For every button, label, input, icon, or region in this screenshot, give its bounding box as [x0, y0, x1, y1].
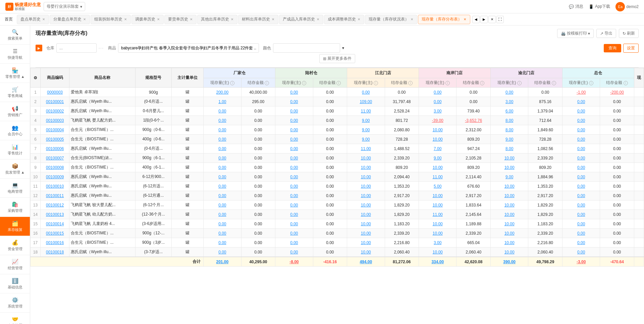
table-cell[interactable]: 00100003: [41, 116, 69, 125]
table-cell[interactable]: 0.00: [490, 88, 528, 97]
table-cell[interactable]: 0.00: [204, 200, 241, 210]
sidebar-item-mall[interactable]: 🛒 零售商城: [0, 83, 30, 102]
table-cell[interactable]: 0.00: [275, 210, 313, 219]
table-cell[interactable]: 00100001: [41, 97, 69, 106]
sidebar-item-marketing[interactable]: 📢 营销推广: [0, 102, 30, 121]
tab-home[interactable]: 首页: [1, 15, 16, 24]
table-cell[interactable]: 0.00: [204, 106, 241, 116]
table-cell[interactable]: 0000003: [41, 88, 69, 97]
sidebar-item-collab[interactable]: 🤝 企业协同: [0, 313, 30, 324]
table-cell[interactable]: 10.00: [347, 238, 385, 247]
table-cell[interactable]: 0.00: [275, 238, 313, 247]
table-cell[interactable]: 10.00: [419, 247, 457, 257]
table-cell[interactable]: 0.00: [562, 106, 600, 116]
tab-prev-btn[interactable]: ◀: [472, 16, 480, 23]
tab-transfer[interactable]: 调拨单历史 ✕: [131, 15, 164, 24]
table-cell[interactable]: 10.00: [490, 219, 528, 229]
table-cell[interactable]: 9.00: [347, 116, 385, 125]
user-info[interactable]: Ea demo2: [615, 2, 639, 11]
tab-requisition[interactable]: 要货单历史 ✕: [164, 15, 197, 24]
footer-jb-qty[interactable]: 494.00: [347, 257, 385, 267]
sidebar-item-operation[interactable]: 📈 经营管理: [0, 255, 30, 274]
table-cell[interactable]: 10.00: [419, 125, 457, 135]
table-cell[interactable]: 10.00: [347, 229, 385, 238]
footer-na-qty[interactable]: 334.00: [419, 257, 457, 267]
table-cell[interactable]: 0.00: [562, 200, 600, 210]
table-cell[interactable]: 0.00: [562, 229, 600, 238]
table-cell[interactable]: 10.00: [490, 191, 528, 200]
table-cell[interactable]: 00100012: [41, 200, 69, 210]
table-cell[interactable]: 0.00: [204, 238, 241, 247]
table-cell[interactable]: 00100002: [41, 106, 69, 116]
table-cell[interactable]: 10.00: [347, 182, 385, 191]
table-cell[interactable]: 10.00: [490, 182, 528, 191]
table-cell[interactable]: 00100009: [41, 172, 69, 182]
table-cell[interactable]: 0.00: [562, 210, 600, 219]
table-cell[interactable]: 00100014: [41, 219, 69, 229]
tab-close-icon[interactable]: ✕: [190, 17, 193, 21]
table-cell[interactable]: 10.00: [490, 210, 528, 219]
table-cell[interactable]: 10.00: [419, 200, 457, 210]
table-cell[interactable]: 10.00: [490, 153, 528, 163]
table-cell[interactable]: 0.00: [275, 144, 313, 153]
table-cell[interactable]: 10.00: [347, 219, 385, 229]
table-cell[interactable]: 0.00: [204, 182, 241, 191]
table-cell[interactable]: 10.00: [419, 219, 457, 229]
export-btn[interactable]: ↗ 导出: [596, 29, 616, 38]
color-input[interactable]: [273, 43, 340, 53]
table-cell[interactable]: 0.00: [275, 153, 313, 163]
table-cell[interactable]: 10.00: [347, 247, 385, 257]
tab-close-icon[interactable]: ✕: [357, 17, 361, 21]
table-cell[interactable]: -1.00: [562, 88, 600, 97]
table-cell[interactable]: 10.00: [347, 172, 385, 182]
tab-close-icon[interactable]: ✕: [42, 17, 45, 21]
table-cell[interactable]: 10.00: [347, 191, 385, 200]
table-cell[interactable]: 9.00: [419, 153, 457, 163]
table-cell[interactable]: 7.00: [419, 144, 457, 153]
table-cell[interactable]: 0.00: [204, 219, 241, 229]
tab-close-icon[interactable]: ✕: [410, 17, 414, 21]
table-cell[interactable]: 0.00: [562, 163, 600, 172]
query-button[interactable]: 查询: [604, 44, 621, 52]
table-cell[interactable]: 00100016: [41, 238, 69, 247]
table-cell[interactable]: 9.00: [490, 135, 528, 144]
refresh-btn[interactable]: ↻ 刷新: [619, 29, 639, 38]
table-cell[interactable]: 0.00: [204, 191, 241, 200]
tab-stock-status[interactable]: 现存量（库存状况表）✕: [365, 15, 417, 24]
table-cell[interactable]: 0.00: [275, 125, 313, 135]
table-cell[interactable]: 9.00: [347, 125, 385, 135]
table-cell[interactable]: 0.00: [275, 200, 313, 210]
sidebar-item-finance[interactable]: 💰 资金管理: [0, 236, 30, 255]
sidebar-item-purchase[interactable]: 🛍️ 采购管理: [0, 198, 30, 217]
sidebar-item-retail-stat[interactable]: 📊 零售统计: [0, 140, 30, 159]
print-btn[interactable]: 🖨️ 按模板打印 ▾: [557, 29, 594, 38]
table-cell[interactable]: 8.00: [490, 144, 528, 153]
tab-portion-count[interactable]: 分量盘点单历史 ✕: [50, 15, 90, 24]
table-cell[interactable]: 0.00: [204, 172, 241, 182]
setting-button[interactable]: 设置: [623, 44, 639, 53]
sidebar-item-system[interactable]: ⚙️ 系统管理: [0, 293, 30, 313]
table-cell[interactable]: 0.00: [562, 191, 600, 200]
sidebar-item-retail[interactable]: 🏪 零售管理 ▲: [0, 64, 30, 83]
table-cell[interactable]: 0.00: [275, 191, 313, 200]
table-cell[interactable]: 0.00: [562, 116, 600, 125]
table-cell[interactable]: 10.00: [419, 135, 457, 144]
table-cell[interactable]: 3.00: [419, 238, 457, 247]
table-container[interactable]: ⚙ 商品编码 商品名称 规格型号 主计量单位 厂家仓 陆村仓 江北门店 南岸门店…: [30, 68, 644, 324]
table-cell[interactable]: 6.00: [490, 106, 528, 116]
table-cell[interactable]: 0.00: [275, 135, 313, 144]
table-cell[interactable]: 10.00: [490, 200, 528, 210]
warehouse-input[interactable]: [56, 43, 97, 53]
table-cell[interactable]: 0.00: [275, 163, 313, 172]
table-cell[interactable]: 00100015: [41, 229, 69, 238]
footer-lc-qty[interactable]: -8.00: [275, 257, 313, 267]
table-cell[interactable]: 10.00: [490, 247, 528, 257]
table-cell[interactable]: 0.00: [204, 229, 241, 238]
table-cell[interactable]: 10.00: [347, 163, 385, 172]
table-cell[interactable]: 0.00: [204, 116, 241, 125]
table-cell[interactable]: 0.00: [347, 88, 385, 97]
table-cell[interactable]: 0.00: [562, 247, 600, 257]
table-cell[interactable]: 0.00: [204, 247, 241, 257]
tab-cost-adjust[interactable]: 成本调整单历史 ✕: [324, 15, 364, 24]
table-cell[interactable]: 0.00: [419, 97, 457, 106]
